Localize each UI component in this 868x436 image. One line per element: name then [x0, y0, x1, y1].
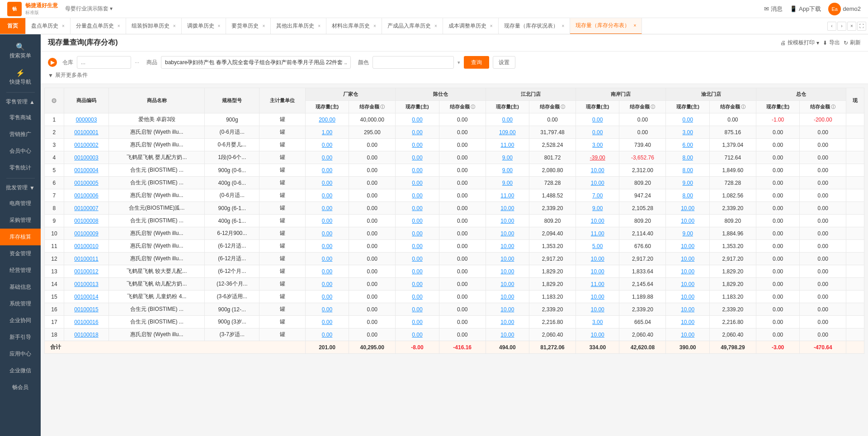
- sidebar-item-marketing[interactable]: 营销推广: [0, 126, 41, 143]
- table-row: 7 00100006 惠氏启智 (Wyeth illu... (0-6月适...…: [45, 189, 864, 202]
- total-row: 合计 201.00 40,295.00 -8.00 -416.16 494.00…: [45, 341, 864, 354]
- top-right-actions: ✉ 消息 📱 App下载 Ea demo2: [764, 3, 861, 15]
- sidebar-item-appstore[interactable]: 应用中心: [0, 346, 41, 362]
- table-row: 3 00100002 惠氏启智 (Wyeth illu... 0-6月婴儿...…: [45, 139, 864, 151]
- col-product-code: 商品编码: [64, 88, 108, 113]
- sidebar-divider-2: [6, 178, 35, 178]
- sidebar-item-vip[interactable]: 畅会员: [0, 379, 41, 396]
- sidebar-item-retail-mgmt[interactable]: 零售管理▲: [0, 94, 41, 109]
- sidebar-item-enterprise[interactable]: 企业协同: [0, 312, 41, 329]
- sidebar-item-inventory[interactable]: 库存核算: [0, 229, 41, 245]
- col-jiangbei-store: 江北门店: [486, 88, 576, 101]
- total-na-qty: 334.00: [576, 341, 619, 354]
- total-t-qty: -3.00: [756, 341, 799, 354]
- sidebar-item-retail-mall[interactable]: 零售商城: [0, 109, 41, 126]
- query-btn[interactable]: 查询: [464, 56, 489, 69]
- sidebar-item-search[interactable]: 🔍 搜索英单: [0, 38, 41, 64]
- sidebar-item-finance[interactable]: 资金管理: [0, 245, 41, 262]
- tab-next-btn[interactable]: ›: [837, 22, 846, 31]
- sidebar-item-basic[interactable]: 基础信息: [0, 279, 41, 295]
- col-spec: 规格型号: [205, 88, 259, 113]
- tab-inventory-count[interactable]: 盘点单历史 ×: [26, 18, 71, 34]
- total-jb-qty: 494.00: [486, 341, 529, 354]
- tab-close-all-btn[interactable]: ×: [847, 22, 856, 31]
- table-row: 9 00100008 合生元 (BIOSTIME) ... 400g (6-1.…: [45, 215, 864, 227]
- main-layout: 🔍 搜索英单 ⚡ 快捷导航 零售管理▲ 零售商城 营销推广 会员中心 零售统计 …: [0, 34, 868, 436]
- table-row: 12 00100011 惠氏启智 (Wyeth illu... (6-12月适.…: [45, 253, 864, 265]
- table-row: 16 00100015 合生元 (BIOSTIME) ... 900g (12-…: [45, 303, 864, 316]
- sidebar-item-wholesale[interactable]: 批发管理▼: [0, 180, 41, 195]
- settings-btn[interactable]: 设置: [493, 56, 515, 69]
- col-gear[interactable]: ⚙: [45, 88, 64, 113]
- tab-split-count[interactable]: 分量盘点单历史 ×: [71, 18, 126, 34]
- col-chensi-warehouse: 陈仕仓: [396, 88, 486, 101]
- table-row: 2 00100001 惠氏启智 (Wyeth illu... (0-6月适...…: [45, 126, 864, 139]
- tab-expand-btn[interactable]: ⛶: [857, 22, 866, 31]
- sidebar-item-member[interactable]: 会员中心: [0, 143, 41, 159]
- table-row: 11 00100010 惠氏启智 (Wyeth illu... (6-12月适.…: [45, 240, 864, 253]
- total-c-amt: -416.16: [439, 341, 486, 354]
- tab-assembly[interactable]: 组装拆卸单历史 ×: [126, 18, 182, 34]
- sidebar: 🔍 搜索英单 ⚡ 快捷导航 零售管理▲ 零售商城 营销推广 会员中心 零售统计 …: [0, 34, 41, 436]
- tab-transfer[interactable]: 调拨单历史 ×: [182, 18, 226, 34]
- col-t-qty: 现存量(主): [756, 101, 799, 113]
- warehouse-label: 仓库: [62, 59, 73, 66]
- color-input[interactable]: [373, 56, 454, 69]
- col-yuebei-store: 渝北门店: [666, 88, 756, 101]
- warehouse-input[interactable]: [77, 56, 131, 69]
- col-product-name: 商品名称: [109, 88, 205, 113]
- sidebar-item-system[interactable]: 系统管理: [0, 295, 41, 312]
- tab-requisition[interactable]: 要货单历史 ×: [226, 18, 271, 34]
- export-btn[interactable]: ⬇ 导出: [823, 39, 840, 47]
- table-row: 18 00100018 惠氏启智 (Wyeth illu... (3-7岁适..…: [45, 328, 864, 341]
- goods-label: 商品: [146, 59, 157, 66]
- table-row: 14 00100013 飞鹤星飞帆 幼儿配方奶... (12-36个月... 罐…: [45, 278, 864, 291]
- message-btn[interactable]: ✉ 消息: [764, 5, 783, 13]
- sidebar-item-shortcut[interactable]: ⚡ 快捷导航: [0, 64, 41, 90]
- table-row: 10 00100009 惠氏启智 (Wyeth illu... 6-12月900…: [45, 227, 864, 240]
- tab-nav-controls: ‹ › × ⛶: [826, 22, 868, 31]
- table-container[interactable]: ⚙ 商品编码 商品名称 规格型号 主计量单位 厂家仓 陈仕仓 江北门店 南岸门店…: [41, 84, 868, 436]
- col-jb-amt: 结存金额ⓘ: [529, 101, 576, 113]
- tab-production-in[interactable]: 产成品入库单历史 ×: [382, 18, 443, 34]
- expand-more-btn[interactable]: ▼ 展开更多条件: [48, 71, 861, 79]
- tab-home[interactable]: 首页: [0, 18, 26, 34]
- total-label: 合计: [45, 341, 306, 354]
- page-actions: 🖨 按模板打印 ▾ ⬇ 导出 ↻ 刷新: [780, 39, 861, 47]
- sidebar-item-retail-stats[interactable]: 零售统计: [0, 159, 41, 176]
- sidebar-item-guide[interactable]: 新手引导: [0, 329, 41, 346]
- col-f-qty: 现存量(主): [305, 101, 349, 113]
- refresh-btn[interactable]: ↻ 刷新: [844, 39, 861, 47]
- logo-icon: 畅: [7, 2, 22, 16]
- table-row: 1 0000003 爱他美 卓蔚3段 900g 罐 200.00 40,000.…: [45, 113, 864, 126]
- col-extra: 现: [846, 88, 864, 113]
- tab-prev-btn[interactable]: ‹: [827, 22, 836, 31]
- col-f-amt: 结存金额ⓘ: [349, 101, 396, 113]
- sidebar-item-purchase[interactable]: 采购管理: [0, 212, 41, 229]
- filter-expand-icon[interactable]: ▶: [48, 58, 57, 67]
- filter-row-1: ▶ 仓库 ··· 商品 颜色 ▾ 查询 设置: [48, 56, 861, 69]
- tab-cost-adjust[interactable]: 成本调整单历史 ×: [443, 18, 499, 34]
- user-avatar: Ea: [828, 3, 841, 15]
- page-title: 现存量查询(库存分布): [48, 38, 118, 47]
- sidebar-item-weixin[interactable]: 企业微信: [0, 362, 41, 379]
- total-yb-amt: 49,798.29: [709, 341, 756, 354]
- user-menu[interactable]: Ea demo2: [828, 3, 861, 15]
- col-t-amt: 结存金额ⓘ: [800, 101, 846, 113]
- table-row: 6 00100005 合生元 (BIOSTIME) ... 400g (0-6.…: [45, 177, 864, 189]
- tab-stock-status[interactable]: 现存量（库存状况表）×: [499, 18, 571, 34]
- sidebar-item-operation[interactable]: 经营管理: [0, 262, 41, 279]
- sidebar-item-ecommerce[interactable]: 电商管理: [0, 195, 41, 212]
- goods-input[interactable]: [161, 56, 351, 69]
- col-na-qty: 现存量(主): [576, 101, 619, 113]
- total-na-amt: 42,620.08: [619, 341, 666, 354]
- app-download-btn[interactable]: 📱 App下载: [790, 5, 821, 13]
- tab-other-out[interactable]: 其他出库单历史 ×: [271, 18, 326, 34]
- col-factory-warehouse: 厂家仓: [305, 88, 395, 101]
- col-unit: 主计量单位: [259, 88, 306, 113]
- print-btn[interactable]: 🖨 按模板打印 ▾: [780, 39, 819, 47]
- inventory-table: ⚙ 商品编码 商品名称 规格型号 主计量单位 厂家仓 陈仕仓 江北门店 南岸门店…: [44, 88, 864, 354]
- tab-bar: 首页 盘点单历史 × 分量盘点单历史 × 组装拆卸单历史 × 调拨单历史 × 要…: [0, 18, 868, 34]
- tab-material-out[interactable]: 材料出库单历史 ×: [326, 18, 382, 34]
- tab-stock-dist[interactable]: 现存量（库存分布表）×: [570, 18, 642, 34]
